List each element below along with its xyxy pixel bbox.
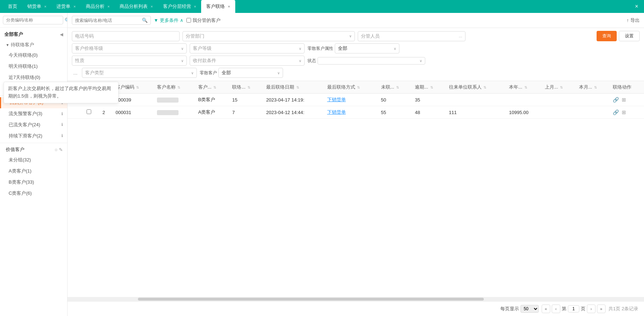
row2-code: 000031 [112,106,153,119]
close-icon[interactable]: × [107,0,110,13]
dropdown-icon: ∨ [191,71,194,75]
more-dots[interactable]: ... [73,70,78,76]
sidebar-item-declining[interactable]: 持续下滑客户(2) ℹ [0,131,67,142]
close-icon[interactable]: × [73,0,75,13]
sidebar-pending-group[interactable]: ▼ 待联络客户 [0,40,67,50]
sort-icon: ⇅ [483,85,486,89]
sidebar-item-churned[interactable]: 已流失客户(24) ℹ [0,119,67,131]
settings-icon[interactable]: ✎ [59,147,63,152]
prev-page-button[interactable]: ‹ [552,305,560,313]
close-icon[interactable]: × [44,0,46,13]
retail-customer-field[interactable]: 全部 ∨ [218,68,283,78]
gender-field[interactable]: 性质 ∨ [72,56,187,66]
close-icon[interactable]: × [228,0,230,13]
row2-last-method[interactable]: 下销货单 [324,106,377,119]
contact-header[interactable]: 联络... ⇅ [228,81,263,94]
customer-level-field[interactable]: 客户等级 ∨ [190,43,305,53]
row2-name [153,106,195,119]
nav-customer-contact[interactable]: 客户联络 × [201,0,235,13]
sidebar-item-7days[interactable]: 近7天待联络(0) [0,72,67,83]
action-icons: 🔗 ⊞ [613,97,640,103]
price-level-field[interactable]: 客户价格等级 ∨ [72,43,187,53]
setting-button[interactable]: 设置 [619,31,640,41]
group-icons: ○ ✎ [55,147,63,152]
global-close-button[interactable]: × [632,3,641,10]
sidebar-item-today[interactable]: 今天待联络(0) [0,50,67,61]
sidebar-item-churn-warning[interactable]: 流失预警客户(3) ℹ [0,108,67,119]
unread-header[interactable]: 未联... ⇅ [377,81,412,94]
status-group: 状态 ∨ [307,57,640,65]
sidebar-item-class-a[interactable]: A类客户(1) [0,166,67,177]
page-number-input[interactable] [568,305,579,312]
phone-field[interactable]: 电话号码 [72,31,180,41]
row2-settings [68,106,83,119]
last-date-header[interactable]: 最后联络日期 ⇅ [263,81,324,94]
retail-customer-group: 零散客户 全部 ∨ [200,68,640,78]
nav-sales[interactable]: 销货单 × [22,0,51,13]
filter-row-1: 电话号码 分管部门 ∨ 分管人员 … 查询 设置 [72,31,640,41]
link-icon[interactable]: 🔗 [613,109,619,115]
per-page-select[interactable]: 50 20 100 [520,305,539,313]
my-customers-checkbox[interactable]: 我分管的客户 [186,17,221,24]
nav-goods-analysis-list[interactable]: 商品分析列表 × [115,0,158,13]
per-page-selector: 每页显示 50 20 100 [500,305,539,313]
name-header[interactable]: 客户名称 ⇅ [153,81,195,94]
retail-attr-field[interactable]: 全部 ∨ [335,43,399,53]
search-input[interactable] [75,18,140,23]
overdue-header[interactable]: 逾期... ⇅ [411,81,445,94]
table-row: 2 000031 A类客户 7 2023-04-12 14:44: 下销货单 5… [68,106,644,119]
sidebar-item-ungrouped[interactable]: 未分组(32) [0,155,67,166]
sidebar-search-button[interactable]: 🔍 [65,16,68,24]
last-month-header[interactable]: 上月... ⇅ [541,81,575,94]
sidebar-item-tomorrow[interactable]: 明天待联络(1) [0,61,67,72]
first-page-button[interactable]: « [542,305,550,313]
close-icon[interactable]: × [194,0,196,13]
pagination-bar: 每页显示 50 20 100 « ‹ 第 页 › » 共1页 2条记录 [68,301,644,316]
year-amount-header[interactable]: 本年... ⇅ [505,81,541,94]
query-button[interactable]: 查询 [597,31,617,41]
contacts-header[interactable]: 往来单位联系人 ⇅ [445,81,505,94]
type-header[interactable]: 客户... ⇅ [195,81,229,94]
nav-purchase[interactable]: 进货单 × [51,0,80,13]
link-icon[interactable]: 🔗 [613,97,619,103]
row2-contact: 7 [228,106,263,119]
current-page-display: 第 页 [562,305,585,312]
person-field[interactable]: 分管人员 … [358,31,465,41]
close-icon[interactable]: × [150,0,153,13]
action-header: 联络动作 [609,81,644,94]
this-month-header[interactable]: 本月... ⇅ [575,81,610,94]
next-page-button[interactable]: › [587,305,596,313]
nav-goods-analysis[interactable]: 商品分析 × [81,0,115,13]
last-page-button[interactable]: » [597,305,606,313]
grid-icon[interactable]: ⊞ [622,97,626,103]
dept-field[interactable]: 分管部门 ∨ [182,31,355,41]
sidebar-search-input[interactable] [3,16,63,24]
scrollbar-thumb[interactable] [138,298,484,301]
action-buttons: 查询 设置 [597,31,640,41]
sidebar-all-customers[interactable]: 全部客户 ◀ [0,29,67,40]
row1-last-date: 2023-04-17 14:19: [263,94,324,106]
export-button[interactable]: ↑ 导出 [627,17,640,24]
edit-icon[interactable]: ○ [55,147,57,152]
sort-icon: ⇅ [296,85,299,89]
row1-contacts [445,94,505,106]
sidebar-item-class-b[interactable]: B类客户(33) [0,177,67,188]
customer-type-field[interactable]: 客户类型 ∨ [82,68,197,78]
filter-icon: ▼ [154,18,158,23]
row2-last-month [541,106,575,119]
sidebar-value-group[interactable]: 价值客户 ○ ✎ [0,145,67,155]
grid-icon[interactable]: ⊞ [622,109,626,115]
row-checkbox[interactable] [87,109,91,114]
last-method-header[interactable]: 最后联络方式 ⇅ [324,81,377,94]
table-header-row: ⚙ # 客户编码 ⇅ 客户名称 ⇅ [68,81,644,94]
nav-customer-segment[interactable]: 客户分层经营 × [158,0,201,13]
pay-terms-field[interactable]: 收付款条件 ∨ [190,56,305,66]
my-customers-check[interactable] [186,18,191,23]
nav-home[interactable]: 首页 [3,0,22,13]
more-conditions-button[interactable]: ▼ 更多条件 ∧ [154,17,184,24]
status-field[interactable]: ∨ [318,57,425,65]
horizontal-scrollbar[interactable] [68,297,644,301]
row2-checkbox[interactable] [83,106,99,119]
sidebar-item-class-c[interactable]: C类客户(6) [0,188,67,199]
row1-last-method[interactable]: 下销货单 [324,94,377,106]
